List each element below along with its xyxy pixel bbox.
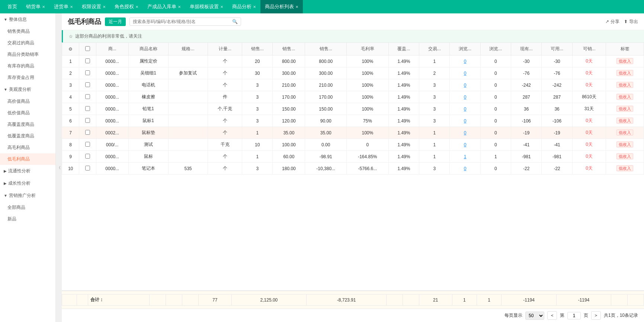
- close-icon[interactable]: ✕: [178, 5, 181, 9]
- share-button[interactable]: ↗ 分享: [605, 19, 619, 25]
- prev-page-button[interactable]: ＜: [547, 311, 557, 320]
- sidebar-item-high-value[interactable]: 高价值商品: [0, 96, 55, 107]
- col-coverage[interactable]: 覆盖...: [388, 43, 419, 55]
- row-checkbox-cell[interactable]: [79, 67, 96, 79]
- row-view1[interactable]: 0: [450, 103, 480, 115]
- close-icon[interactable]: ✕: [70, 5, 73, 9]
- col-trade[interactable]: 交易...: [419, 43, 450, 55]
- row-view1[interactable]: 0: [450, 55, 480, 67]
- col-settings[interactable]: ⚙: [62, 43, 79, 55]
- sidebar-group-growth[interactable]: ▶ 成长性分析: [0, 177, 55, 189]
- close-icon[interactable]: ✕: [42, 5, 45, 9]
- close-icon[interactable]: ✕: [103, 5, 106, 9]
- table-row: 6 0000... 鼠标1 个 3 120.00 90.00 75% 1.49%…: [62, 115, 644, 127]
- sidebar-item-sales-products[interactable]: 销售类商品: [0, 26, 55, 37]
- row-checkbox-cell[interactable]: [79, 163, 96, 175]
- row-checkbox[interactable]: [85, 106, 90, 111]
- col-checkbox[interactable]: [79, 43, 96, 55]
- row-checkbox-cell[interactable]: [79, 151, 96, 163]
- sidebar-group-liquidity[interactable]: ▶ 流通性分析: [0, 165, 55, 177]
- col-sales-price[interactable]: 销售...: [273, 43, 305, 55]
- row-view1[interactable]: 0: [450, 91, 480, 103]
- nav-home[interactable]: 首页: [3, 0, 22, 13]
- row-checkbox[interactable]: [85, 118, 90, 123]
- row-view1[interactable]: 0: [450, 115, 480, 127]
- row-view1[interactable]: 0: [450, 163, 480, 175]
- row-checkbox-cell[interactable]: [79, 91, 96, 103]
- row-view1[interactable]: 0: [450, 67, 480, 79]
- filter-recent-month-button[interactable]: 近一月: [105, 17, 126, 26]
- col-view2[interactable]: 浏览...: [480, 43, 511, 55]
- sidebar-group-overall[interactable]: ▼ 整体信息: [0, 13, 55, 26]
- row-checkbox-cell[interactable]: [79, 55, 96, 67]
- col-spec[interactable]: 规格...: [168, 43, 208, 55]
- close-icon[interactable]: ✕: [253, 5, 256, 9]
- col-view1[interactable]: 浏览...: [450, 43, 480, 55]
- sidebar-item-low-value[interactable]: 低价值商品: [0, 107, 55, 119]
- tag-badge: 低收入: [616, 82, 633, 88]
- row-checkbox-cell[interactable]: [79, 139, 96, 151]
- row-checkbox[interactable]: [85, 166, 90, 170]
- sidebar-item-capital[interactable]: 库存资金占用: [0, 72, 55, 83]
- col-unit[interactable]: 计量...: [208, 43, 242, 55]
- sidebar-item-all-products[interactable]: 全部商品: [0, 202, 55, 213]
- row-checkbox-cell[interactable]: [79, 79, 96, 91]
- col-saleable[interactable]: 可销...: [572, 43, 606, 55]
- row-checkbox-cell[interactable]: [79, 103, 96, 115]
- nav-purchase-order[interactable]: 进货单 ✕: [49, 0, 77, 13]
- search-box: 🔍: [129, 17, 241, 26]
- col-gross-rate[interactable]: 毛利率: [347, 43, 389, 55]
- row-checkbox[interactable]: [85, 70, 90, 75]
- page-label: 第: [560, 312, 564, 319]
- row-view1[interactable]: 1: [450, 151, 480, 163]
- nav-product-entry[interactable]: 产成品入库单 ✕: [143, 0, 185, 13]
- nav-product-analysis-list[interactable]: 商品分析列表 ✕: [260, 0, 303, 13]
- sidebar-item-in-stock[interactable]: 有库存的商品: [0, 60, 55, 72]
- sidebar-item-high-margin[interactable]: 高毛利商品: [0, 142, 55, 153]
- col-current-stock[interactable]: 现有...: [511, 43, 542, 55]
- nav-sales-order[interactable]: 销货单 ✕: [22, 0, 49, 13]
- sidebar-group-appearance[interactable]: ▼ 美观度分析: [0, 83, 55, 96]
- close-icon[interactable]: ✕: [220, 5, 223, 9]
- close-icon[interactable]: ✕: [295, 5, 298, 9]
- sidebar-group-marketing[interactable]: ▼ 营销推广分析: [0, 189, 55, 202]
- col-available[interactable]: 可用...: [542, 43, 572, 55]
- row-checkbox[interactable]: [85, 142, 90, 147]
- sidebar-collapse-button[interactable]: 《: [56, 13, 62, 322]
- nav-permission[interactable]: 权限设置 ✕: [77, 0, 110, 13]
- col-tag[interactable]: 标签: [606, 43, 644, 55]
- search-input[interactable]: [133, 19, 230, 24]
- sidebar-item-category-rate[interactable]: 商品分类助销率: [0, 49, 55, 60]
- row-checkbox[interactable]: [85, 154, 90, 159]
- col-sales-amount[interactable]: 销售...: [305, 43, 347, 55]
- nav-product-analysis[interactable]: 商品分析 ✕: [228, 0, 260, 13]
- page-number-input[interactable]: [567, 312, 581, 319]
- sidebar-item-low-coverage[interactable]: 低覆盖度商品: [0, 130, 55, 142]
- row-view2: 0: [480, 79, 511, 91]
- row-view1[interactable]: 0: [450, 127, 480, 139]
- row-checkbox[interactable]: [85, 94, 90, 99]
- col-sales-qty[interactable]: 销售...: [242, 43, 273, 55]
- sidebar-item-high-coverage[interactable]: 高覆盖度商品: [0, 119, 55, 130]
- row-checkbox-cell[interactable]: [79, 127, 96, 139]
- row-checkbox[interactable]: [85, 82, 90, 87]
- row-view1[interactable]: 0: [450, 79, 480, 91]
- row-checkbox[interactable]: [85, 58, 90, 63]
- nav-role-auth[interactable]: 角色授权 ✕: [110, 0, 143, 13]
- close-icon[interactable]: ✕: [135, 5, 138, 9]
- col-name[interactable]: 商品名称: [128, 43, 168, 55]
- row-checkbox[interactable]: [85, 130, 90, 135]
- export-button[interactable]: ⬆ 导出: [624, 19, 638, 25]
- nav-template-settings[interactable]: 单据模板设置 ✕: [185, 0, 228, 13]
- row-coverage: 1.49%: [388, 163, 419, 175]
- sidebar-item-new-products[interactable]: 新品: [0, 213, 55, 225]
- col-code[interactable]: 商...: [96, 43, 128, 55]
- sidebar-item-low-margin[interactable]: 低毛利商品: [0, 153, 55, 165]
- select-all-checkbox[interactable]: [85, 46, 90, 51]
- row-checkbox-cell[interactable]: [79, 115, 96, 127]
- row-view1[interactable]: 0: [450, 139, 480, 151]
- total-sales-amount: -8,723.91: [307, 294, 387, 306]
- per-page-select[interactable]: 50 100 200: [525, 312, 544, 320]
- next-page-button[interactable]: ＞: [591, 311, 601, 320]
- sidebar-item-traded-products[interactable]: 交易过的商品: [0, 37, 55, 49]
